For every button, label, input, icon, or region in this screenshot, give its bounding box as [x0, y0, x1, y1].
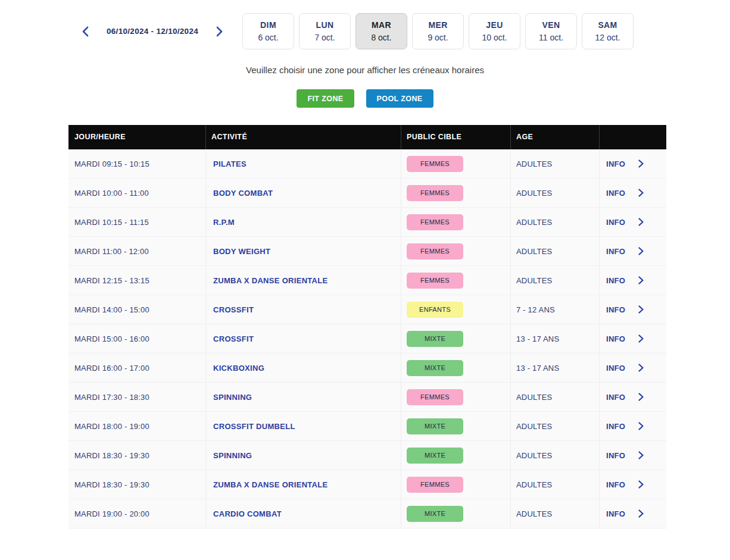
chevron-right-icon[interactable]: [638, 509, 644, 518]
chevron-right-icon[interactable]: [638, 247, 644, 255]
audience-badge: MIXTE: [407, 448, 463, 464]
day-tab-jeu[interactable]: JEU 10 oct.: [469, 13, 520, 49]
prev-week-button[interactable]: [80, 25, 91, 38]
row-time: MARDI 14:00 - 15:00: [68, 295, 205, 324]
day-abbr: MER: [428, 20, 447, 30]
chevron-right-icon[interactable]: [638, 305, 644, 314]
row-info-link[interactable]: INFO: [599, 499, 666, 528]
date-range-label: 06/10/2024 - 12/10/2024: [107, 27, 198, 36]
day-abbr: VEN: [542, 20, 560, 30]
table-row: MARDI 09:15 - 10:15 PILATES FEMMES ADULT…: [68, 149, 666, 179]
table-row: MARDI 15:00 - 16:00 CROSSFIT MIXTE 13 - …: [68, 324, 666, 353]
table-row: MARDI 10:15 - 11:15 R.P.M FEMMES ADULTES…: [68, 208, 666, 237]
row-info-link[interactable]: INFO: [599, 266, 666, 295]
row-age: ADULTES: [510, 383, 599, 411]
row-public-cible: FEMMES: [401, 266, 510, 295]
chevron-right-icon[interactable]: [638, 276, 644, 284]
info-label[interactable]: INFO: [606, 247, 625, 256]
row-age: ADULTES: [510, 412, 599, 440]
row-age: ADULTES: [510, 149, 599, 178]
row-age: ADULTES: [510, 266, 599, 295]
chevron-right-icon[interactable]: [638, 218, 644, 226]
day-abbr: LUN: [316, 20, 334, 30]
next-week-button[interactable]: [214, 25, 224, 38]
pool-zone-button[interactable]: POOL ZONE: [366, 89, 433, 108]
table-row: MARDI 19:00 - 20:00 CARDIO COMBAT MIXTE …: [68, 499, 666, 528]
row-activity: PILATES: [205, 149, 401, 178]
info-label[interactable]: INFO: [606, 364, 625, 373]
chevron-right-icon[interactable]: [638, 189, 644, 197]
table-row: MARDI 12:15 - 13:15 ZUMBA X DANSE ORIENT…: [68, 266, 666, 295]
day-tab-mer[interactable]: MER 9 oct.: [412, 13, 464, 49]
row-info-link[interactable]: INFO: [599, 383, 666, 411]
audience-badge: ENFANTS: [407, 302, 463, 318]
audience-badge: FEMMES: [407, 477, 463, 493]
table-row: MARDI 10:00 - 11:00 BODY COMBAT FEMMES A…: [68, 179, 666, 208]
row-public-cible: FEMMES: [401, 383, 510, 411]
day-tab-dim[interactable]: DIM 6 oct.: [242, 13, 294, 49]
row-public-cible: MIXTE: [401, 353, 510, 382]
day-tab-ven[interactable]: VEN 11 oct.: [525, 13, 577, 49]
row-info-link[interactable]: INFO: [599, 470, 666, 499]
row-time: MARDI 18:00 - 19:00: [68, 412, 205, 440]
zone-instruction: Veuillez choisir une zone pour afficher …: [0, 65, 730, 75]
row-age: ADULTES: [510, 441, 599, 470]
row-time: MARDI 18:30 - 19:30: [68, 441, 205, 470]
row-age: 13 - 17 ANS: [510, 324, 599, 353]
row-age: 7 - 12 ANS: [510, 295, 599, 324]
info-label[interactable]: INFO: [606, 393, 625, 402]
chevron-right-icon[interactable]: [638, 480, 644, 489]
table-row: MARDI 18:30 - 19:30 ZUMBA X DANSE ORIENT…: [68, 470, 666, 499]
day-tab-lun[interactable]: LUN 7 oct.: [299, 13, 351, 49]
audience-badge: MIXTE: [407, 506, 463, 522]
info-label[interactable]: INFO: [606, 189, 625, 198]
row-info-link[interactable]: INFO: [599, 149, 666, 178]
row-public-cible: MIXTE: [401, 324, 510, 353]
info-label[interactable]: INFO: [606, 159, 625, 168]
chevron-right-icon[interactable]: [638, 159, 644, 168]
row-activity: BODY WEIGHT: [205, 237, 401, 265]
header-public-cible: PUBLIC CIBLE: [401, 125, 510, 149]
row-public-cible: FEMMES: [401, 208, 510, 236]
row-info-link[interactable]: INFO: [599, 237, 666, 265]
header-empty: [599, 125, 666, 149]
row-activity: BODY COMBAT: [205, 179, 401, 207]
row-public-cible: FEMMES: [401, 470, 510, 499]
row-info-link[interactable]: INFO: [599, 353, 666, 382]
audience-badge: MIXTE: [407, 360, 463, 376]
day-tab-mar[interactable]: MAR 8 oct.: [355, 13, 407, 49]
row-time: MARDI 19:00 - 20:00: [68, 499, 205, 528]
chevron-right-icon[interactable]: [638, 422, 644, 430]
schedule-page: 06/10/2024 - 12/10/2024 DIM 6 oct. LUN 7…: [0, 13, 730, 528]
info-label[interactable]: INFO: [606, 422, 625, 431]
fit-zone-button[interactable]: FIT ZONE: [297, 89, 354, 108]
audience-badge: FEMMES: [407, 156, 463, 172]
row-info-link[interactable]: INFO: [599, 324, 666, 353]
info-label[interactable]: INFO: [606, 480, 625, 489]
audience-badge: FEMMES: [407, 273, 463, 289]
chevron-right-icon[interactable]: [638, 334, 644, 343]
chevron-right-icon[interactable]: [638, 393, 644, 401]
day-date: 12 oct.: [595, 33, 620, 42]
row-activity: ZUMBA X DANSE ORIENTALE: [205, 470, 401, 499]
info-label[interactable]: INFO: [606, 451, 625, 460]
info-label[interactable]: INFO: [606, 218, 625, 227]
info-label[interactable]: INFO: [606, 509, 625, 518]
info-label[interactable]: INFO: [606, 276, 625, 285]
row-info-link[interactable]: INFO: [599, 441, 666, 470]
info-label[interactable]: INFO: [606, 305, 625, 314]
day-date: 6 oct.: [258, 33, 278, 42]
chevron-right-icon[interactable]: [638, 451, 644, 459]
info-label[interactable]: INFO: [606, 334, 625, 343]
day-tab-sam[interactable]: SAM 12 oct.: [582, 13, 634, 49]
table-header: JOUR/HEURE ACTIVITÉ PUBLIC CIBLE AGE: [68, 125, 666, 149]
day-abbr: JEU: [486, 20, 503, 30]
row-info-link[interactable]: INFO: [599, 412, 666, 440]
row-info-link[interactable]: INFO: [599, 295, 666, 324]
row-info-link[interactable]: INFO: [599, 208, 666, 236]
row-age: ADULTES: [510, 499, 599, 528]
row-info-link[interactable]: INFO: [599, 179, 666, 207]
day-abbr: MAR: [372, 20, 391, 30]
chevron-right-icon[interactable]: [638, 364, 644, 372]
day-abbr: DIM: [260, 20, 276, 30]
